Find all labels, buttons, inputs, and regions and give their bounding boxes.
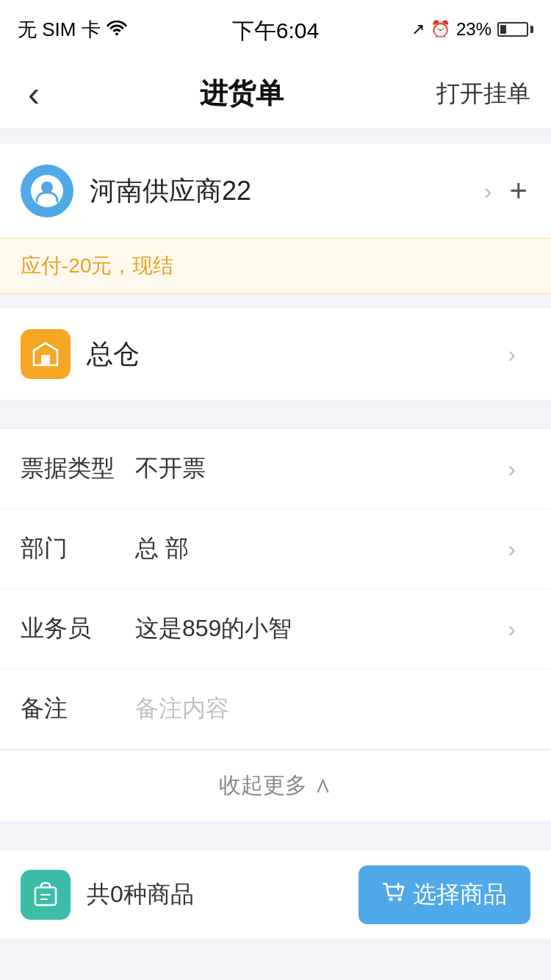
svg-rect-1 [41, 355, 50, 365]
department-value: 总 部 [123, 533, 508, 565]
location-icon: ↗ [411, 20, 425, 39]
invoice-type-value: 不开票 [123, 453, 508, 485]
collapse-button[interactable]: 收起更多 ∧ [219, 771, 331, 801]
remark-placeholder[interactable]: 备注内容 [123, 693, 530, 725]
salesperson-row[interactable]: 业务员 这是859的小智 › [0, 589, 551, 669]
remark-label: 备注 [21, 693, 123, 725]
department-chevron-icon: › [508, 536, 516, 563]
select-product-icon [382, 882, 406, 908]
department-label: 部门 [21, 533, 123, 565]
warehouse-section: 总仓 › [0, 309, 551, 400]
product-count-label: 共0种商品 [87, 879, 359, 911]
divider-1 [0, 129, 551, 144]
divider-4 [0, 821, 551, 836]
form-section: 票据类型 不开票 › 部门 总 部 › 业务员 这是859的小智 › 备注 备注… [0, 429, 551, 821]
svg-point-6 [398, 897, 402, 901]
svg-point-5 [389, 897, 393, 901]
supplier-avatar [21, 165, 73, 217]
carrier-label: 无 SIM 卡 [18, 17, 101, 43]
status-right: ↗ ⏰ 23% [411, 19, 533, 40]
warning-text: 应付-20元，现结 [21, 254, 173, 277]
nav-bar: ‹ 进货单 打开挂单 [0, 59, 551, 129]
status-left: 无 SIM 卡 [18, 17, 127, 43]
invoice-type-chevron-icon: › [508, 455, 516, 483]
add-supplier-button[interactable]: + [506, 173, 530, 209]
supplier-warning-bar: 应付-20元，现结 [0, 238, 551, 294]
salesperson-label: 业务员 [21, 613, 123, 645]
alarm-icon: ⏰ [431, 20, 450, 39]
remark-row[interactable]: 备注 备注内容 [0, 669, 551, 749]
bottom-bar: 共0种商品 选择商品 [0, 851, 551, 939]
svg-rect-2 [35, 887, 56, 905]
department-row[interactable]: 部门 总 部 › [0, 509, 551, 589]
back-button[interactable]: ‹ [21, 66, 47, 121]
product-icon [21, 870, 71, 920]
battery-percent: 23% [456, 19, 491, 40]
page-title: 进货单 [200, 75, 284, 112]
status-time: 下午6:04 [232, 16, 319, 46]
status-bar: 无 SIM 卡 下午6:04 ↗ ⏰ 23% [0, 0, 551, 59]
select-product-label: 选择商品 [413, 879, 507, 911]
collapse-row[interactable]: 收起更多 ∧ [0, 749, 551, 821]
open-pending-button[interactable]: 打开挂单 [436, 78, 530, 110]
invoice-type-label: 票据类型 [21, 453, 123, 485]
salesperson-chevron-icon: › [508, 616, 516, 643]
divider-3 [0, 400, 551, 414]
supplier-row[interactable]: 河南供应商22 › + [0, 144, 551, 238]
select-product-button[interactable]: 选择商品 [359, 865, 530, 924]
warehouse-row[interactable]: 总仓 › [0, 309, 551, 400]
warehouse-chevron-icon: › [508, 341, 516, 368]
background-fill [0, 939, 551, 980]
invoice-type-row[interactable]: 票据类型 不开票 › [0, 429, 551, 509]
divider-2 [0, 294, 551, 309]
supplier-section: 河南供应商22 › + 应付-20元，现结 [0, 144, 551, 294]
user-icon [31, 175, 63, 207]
supplier-name: 河南供应商22 [90, 173, 484, 209]
warehouse-name: 总仓 [87, 336, 508, 372]
battery-icon [497, 22, 533, 37]
warehouse-icon [21, 329, 71, 379]
supplier-chevron-icon: › [484, 178, 492, 205]
wifi-icon [107, 19, 127, 40]
salesperson-value: 这是859的小智 [123, 613, 508, 645]
